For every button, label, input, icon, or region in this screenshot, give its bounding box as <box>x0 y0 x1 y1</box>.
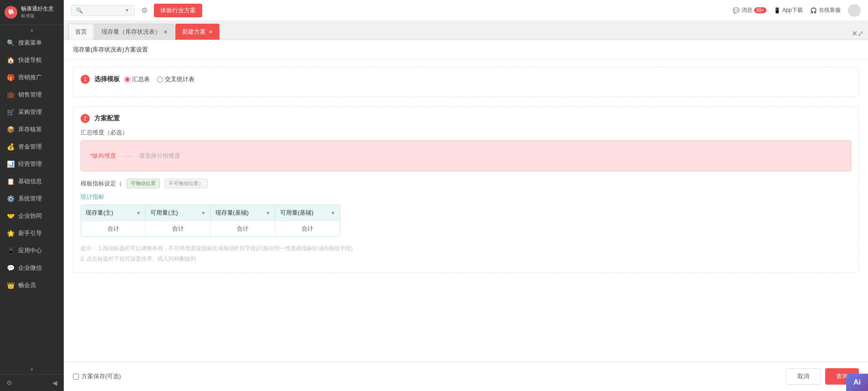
tip-2: 2. 点击标题栏下拉可设置排序、插入列和删除列 <box>81 255 851 263</box>
topbar-settings-icon[interactable]: ⚙ <box>141 6 148 15</box>
sidebar-item-label: 企业协同 <box>18 212 42 220</box>
search-dropdown-icon[interactable]: ▼ <box>125 8 129 13</box>
step2-number: 2 <box>81 114 90 123</box>
save-checkbox[interactable] <box>73 374 79 380</box>
sidebar-item-marketing[interactable]: 🎁 营销推广 <box>0 69 64 86</box>
radio-cross[interactable]: 交叉统计表 <box>157 75 194 83</box>
tab-inventory-close[interactable]: ✕ <box>163 29 168 35</box>
sidebar-item-label: 新手引导 <box>18 229 42 237</box>
tab-inventory-label: 现存量（库存状况表） <box>102 28 161 36</box>
col-current-main-chevron[interactable]: ▼ <box>136 211 141 216</box>
app-name: 畅康通好生意 <box>21 5 54 13</box>
sidebar-item-member[interactable]: 👑 畅会员 <box>0 277 64 294</box>
app-logo-icon: 畅 <box>5 6 17 19</box>
topbar-right: 💬 消息 99+ 📱 App下载 🎧 在线客服 <box>733 4 861 17</box>
sidebar-item-label: 采购管理 <box>18 108 42 116</box>
content-area: 现存量(库存状况表)方案设置 1 选择模板 汇总表 交叉统计表 <box>64 40 868 391</box>
headset-icon: 🎧 <box>810 7 817 14</box>
sidebar-scroll-up[interactable]: ▲ <box>0 25 64 34</box>
tab-inventory-status[interactable]: 现存量（库存状况表） ✕ <box>95 24 174 40</box>
user-avatar[interactable] <box>848 4 861 17</box>
online-service-btn[interactable]: 🎧 在线客服 <box>810 6 841 14</box>
sidebar-scroll-down[interactable]: ▼ <box>0 365 64 374</box>
step1-title: 选择模板 <box>94 75 120 83</box>
col-available-main[interactable]: 可用量(主) ▼ <box>146 205 210 221</box>
sidebar-item-label: 应用中心 <box>18 247 42 255</box>
col-current-aux[interactable]: 现存量(基辅) ▼ <box>211 205 276 221</box>
sidebar-item-inventory[interactable]: 📦 库存核算 <box>0 121 64 138</box>
tab-home[interactable]: 首页 <box>68 24 94 40</box>
col-available-aux[interactable]: 可用量(基辅) ▼ <box>276 205 340 221</box>
sidebar-item-system[interactable]: ⚙️ 系统管理 <box>0 190 64 207</box>
tabbar: 首页 现存量（库存状况表） ✕ 新建方案 ✕ ✕ ⤢ <box>64 21 868 40</box>
tab-new-plan[interactable]: 新建方案 ✕ <box>175 24 220 40</box>
online-service-label: 在线客服 <box>819 6 841 14</box>
expand-panel-btn[interactable]: ⤢ <box>858 29 863 38</box>
sidebar-item-label: 经营管理 <box>18 160 42 168</box>
stats-table: 现存量(主) ▼ 可用量(主) ▼ 现存量(基辅) ▼ <box>81 205 340 237</box>
radio-summary-input[interactable] <box>124 77 130 82</box>
sidebar-nav: 🔍 搜索菜单 🏠 快捷导航 🎁 营销推广 💼 销售管理 🛒 采购管理 📦 库存核… <box>0 34 64 365</box>
content-body: 1 选择模板 汇总表 交叉统计表 <box>64 60 868 326</box>
step2-title: 方案配置 <box>94 114 120 123</box>
step1-header: 1 选择模板 汇总表 交叉统计表 <box>81 75 851 84</box>
indicator-settings-prefix: 模板指标设定（ <box>81 180 122 188</box>
sidebar-item-wechat[interactable]: 💬 企业微信 <box>0 259 64 277</box>
sidebar-item-guide[interactable]: 🌟 新手引导 <box>0 225 64 242</box>
step2-header: 2 方案配置 <box>81 114 851 123</box>
tab-new-plan-label: 新建方案 <box>182 28 206 36</box>
col-available-main-chevron[interactable]: ▼ <box>201 211 206 216</box>
save-label: 方案保存(可选) <box>82 372 121 381</box>
tab-home-label: 首页 <box>75 28 87 36</box>
settings-icon[interactable]: ⚙ <box>6 379 12 386</box>
sidebar-item-search[interactable]: 🔍 搜索菜单 <box>0 34 64 51</box>
ai-button[interactable]: Ai <box>846 374 868 391</box>
app-download-label: App下载 <box>782 6 803 14</box>
sidebar-item-label: 搜索菜单 <box>18 39 42 47</box>
tab-new-plan-close[interactable]: ✕ <box>209 29 213 35</box>
col-available-main-label: 可用量(主) <box>150 209 178 217</box>
draggable-badge: 可拖动位置 <box>127 179 160 188</box>
cancel-button[interactable]: 取消 <box>786 368 821 385</box>
sidebar-item-app-center[interactable]: 📱 应用中心 <box>0 242 64 259</box>
gear-icon: ⚙️ <box>6 195 15 203</box>
sidebar-item-quick-nav[interactable]: 🏠 快捷导航 <box>0 51 64 69</box>
search-icon: 🔍 <box>76 7 83 14</box>
dim-dash: —— <box>122 153 133 159</box>
dim-placeholder: 请选择分组维度 <box>139 152 180 160</box>
topbar-search-box[interactable]: 🔍 ▼ <box>71 5 135 16</box>
sidebar-item-business[interactable]: 📊 经营管理 <box>0 155 64 173</box>
sidebar-item-base[interactable]: 📋 基础信息 <box>0 173 64 190</box>
close-panel-btn[interactable]: ✕ <box>852 29 858 38</box>
stats-table-row: 合计 合计 合计 合计 <box>81 221 340 237</box>
sidebar-item-sales[interactable]: 💼 销售管理 <box>0 86 64 103</box>
app-icon: 📱 <box>6 247 15 255</box>
col-current-aux-chevron[interactable]: ▼ <box>266 211 271 216</box>
col-current-aux-label: 现存量(基辅) <box>215 209 249 217</box>
message-icon: 💬 <box>733 7 740 14</box>
topbar: 🔍 ▼ ⚙ 体验行业方案 💬 消息 99+ 📱 App下载 🎧 在线客服 <box>64 0 868 21</box>
message-badge: 99+ <box>754 7 766 13</box>
experience-btn[interactable]: 体验行业方案 <box>154 4 202 17</box>
sidebar-item-purchase[interactable]: 🛒 采购管理 <box>0 103 64 121</box>
message-btn[interactable]: 💬 消息 99+ <box>733 6 766 14</box>
collapse-icon[interactable]: ◀ <box>52 379 57 386</box>
sidebar-item-cooperation[interactable]: 🤝 企业协同 <box>0 207 64 225</box>
chart-icon: 📊 <box>6 160 15 168</box>
crown-icon: 👑 <box>6 281 15 289</box>
step1-number: 1 <box>81 75 90 84</box>
app-download-btn[interactable]: 📱 App下载 <box>774 6 803 14</box>
cell-current-main-sum: 合计 <box>81 221 146 237</box>
col-current-main[interactable]: 现存量(主) ▼ <box>81 205 146 221</box>
radio-summary[interactable]: 汇总表 <box>124 75 150 83</box>
sidebar-item-label: 库存核算 <box>18 125 42 134</box>
sidebar-item-label: 系统管理 <box>18 195 42 203</box>
col-available-aux-chevron[interactable]: ▼ <box>331 211 335 216</box>
radio-cross-input[interactable] <box>157 77 163 82</box>
summary-dim-label: 汇总维度（必选） <box>81 129 851 137</box>
search-input[interactable] <box>86 7 122 14</box>
message-label: 消息 <box>741 6 752 14</box>
sidebar-item-finance[interactable]: 💰 资金管理 <box>0 138 64 155</box>
col-available-aux-label: 可用量(基辅) <box>280 209 314 217</box>
cell-available-main-sum: 合计 <box>146 221 210 237</box>
